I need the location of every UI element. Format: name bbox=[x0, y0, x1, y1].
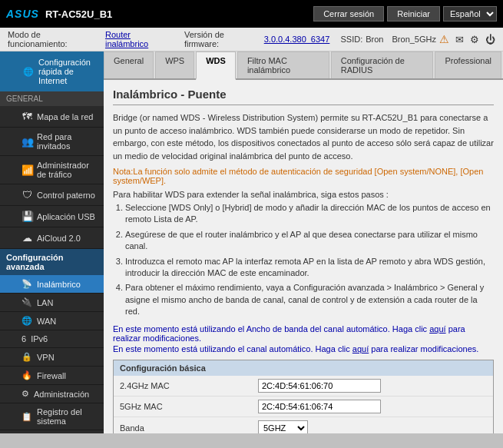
page-content: Inalámbrico - Puente Bridge (or named WD… bbox=[104, 80, 503, 433]
sidebar: 🌐 Configuración rápida de Internet Gener… bbox=[0, 51, 104, 433]
version-link[interactable]: 3.0.0.4.380_6347 bbox=[264, 35, 330, 44]
traffic-icon: 📶 bbox=[22, 164, 32, 176]
vpn-label: VPN bbox=[37, 353, 55, 362]
banda-row: Banda 5GHZ 2.4GHZ bbox=[114, 417, 493, 433]
parental-icon: 🛡 bbox=[22, 189, 32, 201]
red-invitados-label: Red para invitados bbox=[37, 132, 98, 151]
sidebar-item-paterno[interactable]: 🛡 Control paterno bbox=[0, 184, 104, 206]
step-1: Seleccione [WDS Only] o [Hybrid] de modo… bbox=[125, 202, 494, 226]
info-line-1: En este momento está utilizando el Ancho… bbox=[113, 324, 494, 343]
asus-logo: ASUS bbox=[6, 8, 39, 20]
vpn-icon: 🔒 bbox=[22, 352, 32, 362]
sidebar-item-vpn[interactable]: 🔒 VPN bbox=[0, 348, 104, 367]
mac24-row: 2.4GHz MAC bbox=[114, 376, 493, 397]
internet-icon: 🌐 bbox=[23, 67, 34, 77]
ssid-label: SSID: bbox=[340, 35, 362, 44]
firewall-label: Firewall bbox=[37, 371, 66, 380]
banda-select[interactable]: 5GHZ 2.4GHZ bbox=[258, 420, 308, 433]
general-section-header: General bbox=[0, 91, 104, 106]
adv-config-header: Configuración avanzada bbox=[0, 249, 104, 275]
mode-label: Modo de funcionamiento: bbox=[8, 30, 102, 48]
sidebar-item-inalambrico[interactable]: 📡 Inalámbrico bbox=[0, 275, 104, 294]
model-name: RT-AC52U_B1 bbox=[45, 8, 112, 20]
info2-link[interactable]: aquí bbox=[352, 344, 369, 353]
sidebar-item-red-invitados[interactable]: 👥 Red para invitados bbox=[0, 128, 104, 156]
step-4: Para obtener el máximo rendimiento, vaya… bbox=[125, 282, 494, 317]
wan-icon: 🌐 bbox=[22, 316, 32, 326]
registro-label: Registro del sistema bbox=[37, 407, 98, 426]
config-basic-section: Configuración básica 2.4GHz MAC 5GHz MAC… bbox=[113, 360, 494, 433]
sidebar-item-usb[interactable]: 💾 Aplicación USB bbox=[0, 206, 104, 227]
mac5-input[interactable] bbox=[258, 400, 381, 413]
tab-general[interactable]: General bbox=[104, 51, 154, 78]
info2-text: En este momento está utilizando el canal… bbox=[113, 344, 350, 353]
ssid2: Bron_5GHz bbox=[392, 35, 436, 44]
tab-radius[interactable]: Configuración de RADIUS bbox=[331, 51, 434, 78]
mac5-value bbox=[258, 400, 381, 413]
steps-list: Seleccione [WDS Only] o [Hybrid] de modo… bbox=[125, 202, 494, 318]
sidebar-item-admin[interactable]: ⚙ Administración bbox=[0, 385, 104, 403]
mac24-label: 2.4GHz MAC bbox=[120, 381, 258, 390]
lan-label: LAN bbox=[37, 298, 53, 307]
ipv6-label: IPv6 bbox=[31, 334, 48, 343]
mac5-row: 5GHz MAC bbox=[114, 397, 493, 417]
cerrar-sesion-button[interactable]: Cerrar sesión bbox=[313, 6, 384, 22]
mac24-input[interactable] bbox=[258, 379, 381, 393]
sidebar-item-wan[interactable]: 🌐 WAN bbox=[0, 312, 104, 330]
log-icon: 📋 bbox=[22, 412, 32, 422]
header-buttons: Cerrar sesión Reiniciar Español bbox=[313, 6, 497, 22]
note-text: Nota:La función solo admite el método de… bbox=[113, 167, 494, 185]
usb-icon: 💾 bbox=[22, 211, 32, 222]
sidebar-item-aicloud[interactable]: ☁ AiCloud 2.0 bbox=[0, 227, 104, 249]
header: ASUS RT-AC52U_B1 Cerrar sesión Reiniciar… bbox=[0, 0, 503, 28]
banda-label: Banda bbox=[120, 423, 258, 433]
tab-filtro-mac[interactable]: Filtro MAC inalámbrico bbox=[237, 51, 329, 78]
language-select[interactable]: Español bbox=[443, 6, 497, 22]
tab-professional[interactable]: Professional bbox=[435, 51, 501, 78]
map-icon: 🗺 bbox=[22, 111, 32, 122]
config-basic-title: Configuración básica bbox=[114, 360, 493, 376]
mac5-label: 5GHz MAC bbox=[120, 402, 258, 411]
trafico-label: Administrador de tráfico bbox=[37, 161, 98, 179]
info1-link[interactable]: aquí bbox=[429, 324, 445, 334]
info1-text: En este momento está utilizando el Ancho… bbox=[113, 324, 427, 334]
step-3: Introduzca el remoto mac AP la interfaz … bbox=[125, 256, 494, 280]
mapa-label: Mapa de la red bbox=[37, 112, 93, 121]
sidebar-item-firewall[interactable]: 🔥 Firewall bbox=[0, 367, 104, 385]
firewall-icon: 🔥 bbox=[22, 370, 32, 380]
info2-end: para realizar modificaciones. bbox=[371, 344, 478, 353]
version-label: Versión de firmware: bbox=[184, 30, 261, 48]
sidebar-item-registro[interactable]: 📋 Registro del sistema bbox=[0, 403, 104, 430]
guests-icon: 👥 bbox=[22, 136, 32, 148]
warning-icon: ⚠ bbox=[439, 33, 449, 45]
step-2: Asegúrese de que el router inalámbrico y… bbox=[125, 229, 494, 253]
description-text: Bridge (or named WDS - Wireless Distribu… bbox=[113, 111, 494, 162]
inalambrico-label: Inalámbrico bbox=[37, 280, 81, 289]
page-title: Inalámbrico - Puente bbox=[113, 88, 494, 105]
reiniciar-button[interactable]: Reiniciar bbox=[387, 6, 440, 22]
tab-wds[interactable]: WDS bbox=[196, 51, 236, 80]
sidebar-item-ipv6[interactable]: 6️ IPv6 bbox=[0, 330, 104, 348]
sidebar-item-trafico[interactable]: 📶 Administrador de tráfico bbox=[0, 156, 104, 184]
quick-setup-item[interactable]: 🌐 Configuración rápida de Internet bbox=[0, 51, 104, 91]
content-area: General WPS WDS Filtro MAC inalámbrico C… bbox=[104, 51, 503, 433]
ssid1: Bron bbox=[366, 35, 383, 44]
firmware-row: Modo de funcionamiento: Router inalámbri… bbox=[0, 28, 503, 51]
sidebar-item-mapa[interactable]: 🗺 Mapa de la red bbox=[0, 106, 104, 128]
cloud-icon: ☁ bbox=[22, 232, 32, 244]
mac24-value bbox=[258, 379, 381, 393]
steps-intro: Para habilitar WDS para extender la seña… bbox=[113, 190, 494, 199]
paterno-label: Control paterno bbox=[37, 191, 95, 200]
tab-wps[interactable]: WPS bbox=[155, 51, 194, 78]
sidebar-item-lan[interactable]: 🔌 LAN bbox=[0, 294, 104, 312]
quick-setup-label: Configuración rápida de Internet bbox=[38, 58, 98, 85]
info-line-2: En este momento está utilizando el canal… bbox=[113, 344, 494, 353]
lan-icon: 🔌 bbox=[22, 297, 32, 307]
aicloud-label: AiCloud 2.0 bbox=[37, 234, 81, 243]
mode-link[interactable]: Router inalámbrico bbox=[105, 30, 176, 48]
tab-bar: General WPS WDS Filtro MAC inalámbrico C… bbox=[104, 51, 503, 80]
wifi-icon: 📡 bbox=[22, 279, 32, 289]
admin-label: Administración bbox=[34, 390, 89, 399]
power-icon: ⏻ bbox=[485, 34, 495, 45]
settings-icon: ⚙ bbox=[470, 34, 479, 45]
